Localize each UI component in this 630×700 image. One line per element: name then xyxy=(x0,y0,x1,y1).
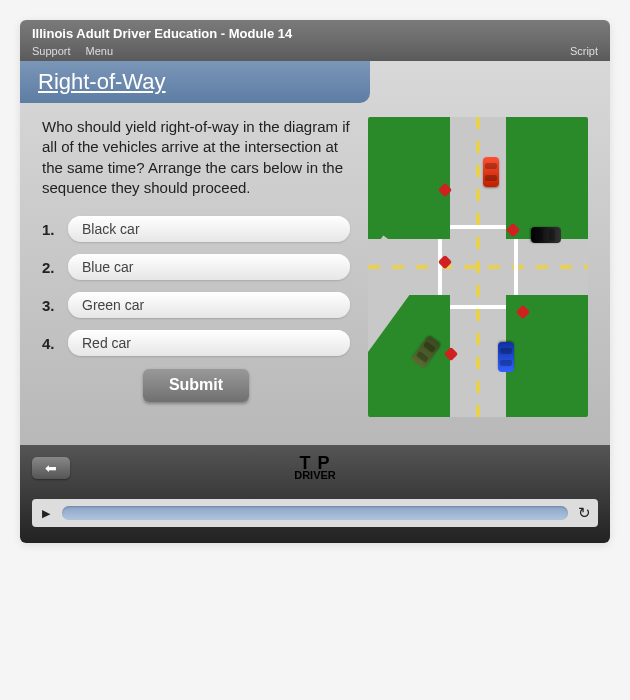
stop-sign-icon xyxy=(506,223,520,237)
logo-text-bottom: DRIVER xyxy=(70,471,560,481)
answer-row-3: 3. Green car xyxy=(42,292,350,318)
answer-option-blue[interactable]: Blue car xyxy=(68,254,350,280)
submit-button[interactable]: Submit xyxy=(143,368,249,402)
slide-heading-tab: Right-of-Way xyxy=(20,61,370,103)
course-title: Illinois Adult Driver Education - Module… xyxy=(32,26,292,41)
answer-row-2: 2. Blue car xyxy=(42,254,350,280)
crosswalk-north xyxy=(450,225,506,229)
play-icon: ▶ xyxy=(42,507,50,520)
stop-sign-icon xyxy=(516,305,530,319)
replay-icon: ↻ xyxy=(578,504,591,522)
menubar: Support Menu Script xyxy=(20,43,610,61)
top-driver-logo: T P DRIVER xyxy=(70,455,560,481)
footer-bar: ⬅ T P DRIVER ▶ ↻ xyxy=(20,445,610,543)
car-red-icon xyxy=(483,157,499,187)
car-green-icon xyxy=(411,335,442,369)
car-blue-icon xyxy=(498,342,514,372)
crosswalk-west xyxy=(438,239,442,295)
answer-number: 4. xyxy=(42,335,68,352)
menu-menu[interactable]: Menu xyxy=(86,45,114,57)
back-button[interactable]: ⬅ xyxy=(32,457,70,479)
question-text: Who should yield right-of-way in the dia… xyxy=(42,117,350,198)
answer-number: 1. xyxy=(42,221,68,238)
intersection-diagram xyxy=(368,117,588,417)
slide-heading: Right-of-Way xyxy=(38,69,166,94)
question-column: Who should yield right-of-way in the dia… xyxy=(42,117,350,417)
answer-row-4: 4. Red car xyxy=(42,330,350,356)
answer-option-green[interactable]: Green car xyxy=(68,292,350,318)
progress-bar[interactable] xyxy=(62,506,568,520)
arrow-left-icon: ⬅ xyxy=(45,460,57,476)
menubar-left: Support Menu xyxy=(32,45,125,57)
app-frame: Illinois Adult Driver Education - Module… xyxy=(20,20,610,543)
menubar-right: Script xyxy=(570,45,598,57)
content-area: Right-of-Way Who should yield right-of-w… xyxy=(20,61,610,445)
crosswalk-east xyxy=(514,239,518,295)
submit-wrap: Submit xyxy=(42,368,350,402)
answer-option-black[interactable]: Black car xyxy=(68,216,350,242)
road-diagonal xyxy=(368,236,429,417)
car-black-icon xyxy=(531,227,561,243)
answer-row-1: 1. Black car xyxy=(42,216,350,242)
play-button[interactable]: ▶ xyxy=(36,503,56,523)
answer-option-red[interactable]: Red car xyxy=(68,330,350,356)
main-row: Who should yield right-of-way in the dia… xyxy=(20,117,610,435)
course-title-bar: Illinois Adult Driver Education - Module… xyxy=(20,20,610,43)
answer-number: 3. xyxy=(42,297,68,314)
footer-top-row: ⬅ T P DRIVER xyxy=(32,455,598,481)
audio-player: ▶ ↻ xyxy=(32,499,598,527)
lane-marking-horizontal xyxy=(368,265,588,269)
menu-support[interactable]: Support xyxy=(32,45,71,57)
replay-button[interactable]: ↻ xyxy=(574,503,594,523)
menu-script[interactable]: Script xyxy=(570,45,598,57)
crosswalk-south xyxy=(450,305,506,309)
answer-number: 2. xyxy=(42,259,68,276)
